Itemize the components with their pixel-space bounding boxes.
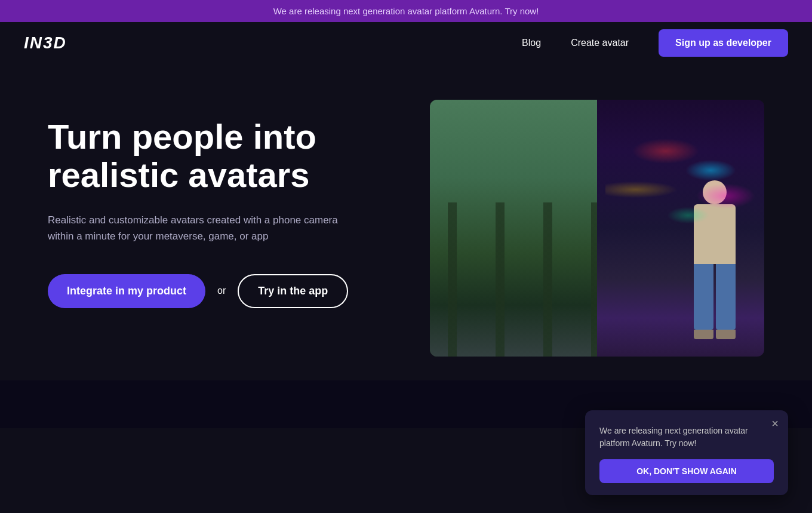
signup-developer-button[interactable]: Sign up as developer	[659, 29, 788, 57]
hero-image	[430, 100, 764, 357]
banner-text: We are releasing next generation avatar …	[273, 6, 539, 16]
nav-blog[interactable]: Blog	[522, 38, 541, 48]
avatar-left-foot	[694, 330, 713, 339]
avatar-figure	[682, 177, 748, 357]
popup-text: We are releasing next generation avatar …	[599, 425, 774, 450]
neon-city-scene	[597, 100, 764, 357]
hero-title: Turn people into realistic avatars	[48, 118, 394, 194]
announcement-banner[interactable]: We are releasing next generation avatar …	[0, 0, 812, 22]
popup-dismiss-button[interactable]: OK, DON'T SHOW AGAIN	[599, 459, 774, 483]
avatar-legs	[694, 264, 736, 330]
popup-notification: × We are releasing next generation avata…	[585, 410, 788, 495]
try-app-button[interactable]: Try in the app	[238, 274, 348, 308]
navbar: IN3D Blog Create avatar Sign up as devel…	[0, 22, 812, 64]
avatar-left-leg	[694, 264, 713, 330]
logo[interactable]: IN3D	[24, 33, 67, 53]
or-separator: or	[217, 285, 226, 296]
avatar-head	[703, 180, 727, 204]
avatar-right-foot	[716, 330, 736, 339]
hero-content: Turn people into realistic avatars Reali…	[48, 100, 394, 308]
popup-close-button[interactable]: ×	[771, 417, 779, 429]
hero-section: Turn people into realistic avatars Reali…	[0, 64, 812, 380]
avatar-feet	[694, 330, 736, 339]
avatar-right-leg	[716, 264, 736, 330]
nav-create-avatar[interactable]: Create avatar	[571, 38, 629, 48]
avatar-body	[694, 204, 736, 264]
nav-links: Blog Create avatar Sign up as developer	[522, 29, 788, 57]
outdoor-scene	[430, 100, 597, 357]
integrate-button[interactable]: Integrate in my product	[48, 274, 205, 308]
hero-buttons: Integrate in my product or Try in the ap…	[48, 274, 394, 308]
hero-description: Realistic and customizable avatars creat…	[48, 212, 346, 244]
